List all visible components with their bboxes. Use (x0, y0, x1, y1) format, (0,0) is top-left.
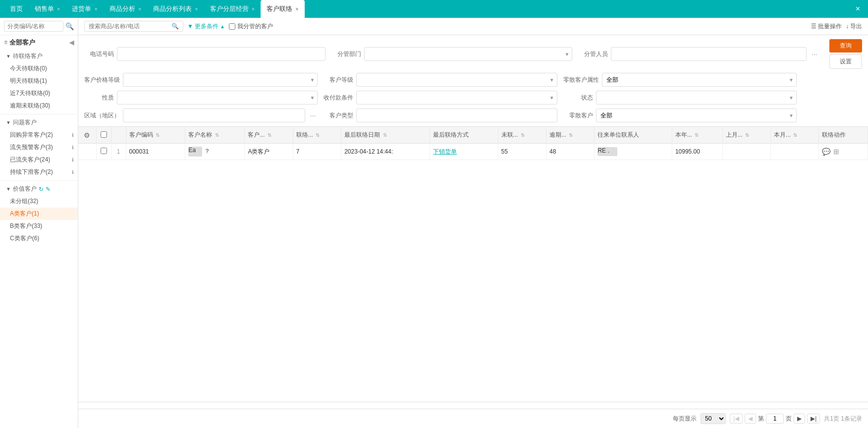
nature-select[interactable] (117, 91, 318, 105)
sort-date-icon[interactable]: ⇅ (383, 132, 387, 138)
sidebar-item-overdue[interactable]: 逾期未联络(30) (0, 100, 78, 112)
nav-tab-customer-contact[interactable]: 客户联络 × (261, 0, 304, 18)
status-select[interactable] (596, 91, 797, 105)
sidebar-group-value[interactable]: ▼ 价值客户 ↻ ✎ (0, 183, 78, 195)
batch-op-btn[interactable]: ☰ 批量操作 (811, 22, 842, 31)
customers-table: ⚙ 客户编码 ⇅ 客户名称 ⇅ (78, 127, 868, 160)
sort-code-icon[interactable]: ⇅ (156, 132, 160, 138)
settings-button[interactable]: 设置 (829, 54, 862, 69)
gear-icon[interactable]: ⚙ (84, 131, 90, 139)
close-tab-analysis-list[interactable]: × (195, 6, 198, 12)
td-num: 1 (111, 144, 126, 160)
manager-dots-icon[interactable]: ··· (810, 50, 819, 58)
nav-tab-customer-mgmt[interactable]: 客户分层经营 × (204, 0, 261, 18)
sidebar-item-lostwarning[interactable]: 流失预警客户(3) ℹ (0, 141, 78, 154)
refresh-icon[interactable]: ↻ (39, 186, 44, 193)
advanced-filter: 电话号码 分管部门 ▼ 分管人员 ··· 查询 设置 (78, 35, 868, 127)
sidebar-item-declining[interactable]: 持续下滑客户(2) ℹ (0, 166, 78, 178)
td-level: A类客户 (245, 144, 293, 160)
sidebar-item-7days[interactable]: 近7天待联络(0) (0, 87, 78, 100)
close-all-tabs[interactable]: × (852, 4, 864, 13)
main-layout: 🔍 ⠿ 全部客户 ◀ ▼ 待联络客户 今天待联络(0) 明天待联络(1) 近7天… (0, 18, 868, 428)
edit-icon[interactable]: ✎ (46, 186, 51, 193)
batch-op-icon: ☰ (811, 23, 816, 30)
sort-name-icon[interactable]: ⇅ (215, 132, 219, 138)
query-button[interactable]: 查询 (829, 39, 862, 53)
sidebar-item-lost[interactable]: 已流失客户(24) ℹ (0, 154, 78, 166)
filter-field-price-level: 客户价格等级 ▼ (84, 73, 318, 87)
nav-tab-purchase[interactable]: 进货单 × (66, 0, 103, 18)
manager-input[interactable] (611, 47, 807, 61)
my-customers-checkbox[interactable] (229, 23, 235, 30)
filter-search-input[interactable] (89, 23, 169, 30)
sidebar-item-b-class[interactable]: B类客户(33) (0, 220, 78, 232)
scatter-cust-select[interactable]: 全部 (596, 108, 797, 122)
cust-type-input[interactable] (356, 108, 557, 122)
nav-tab-analysis-list[interactable]: 商品分析列表 × (147, 0, 204, 18)
sort-overdue-icon[interactable]: ⇅ (569, 132, 573, 138)
scatter-attr-select[interactable]: 全部 (602, 73, 797, 87)
first-page-btn[interactable]: |◀ (730, 414, 743, 424)
cust-level-select[interactable] (356, 73, 557, 87)
td-last-date: 2023-04-12 14:44: (341, 144, 430, 160)
collapse-icon[interactable]: ◀ (69, 39, 74, 46)
close-tab-purchase[interactable]: × (94, 6, 97, 12)
sort-nodays-icon[interactable]: ⇅ (521, 132, 525, 138)
th-name: 客户名称 ⇅ (185, 127, 245, 144)
td-no-days: 55 (498, 144, 546, 160)
phone-input[interactable] (117, 47, 326, 61)
sort-level-icon[interactable]: ⇅ (268, 132, 271, 138)
sidebar-item-tomorrow[interactable]: 明天待联络(1) (0, 75, 78, 87)
next-page-btn[interactable]: ▶ (794, 414, 805, 424)
prev-page-btn[interactable]: ◀ (745, 414, 756, 424)
nav-home[interactable]: 首页 (4, 4, 29, 13)
row-checkbox-1[interactable] (101, 148, 107, 154)
close-tab-analysis[interactable]: × (138, 6, 141, 12)
horizontal-scrollbar[interactable] (78, 402, 868, 409)
dept-select[interactable] (364, 47, 573, 61)
sort-year-icon[interactable]: ⇅ (695, 132, 699, 138)
sidebar-item-repurchase[interactable]: 回购异常客户(2) ℹ (0, 129, 78, 141)
filter-my-customers[interactable]: 我分管的客户 (229, 22, 273, 31)
close-tab-sales[interactable]: × (57, 6, 60, 12)
region-dots-icon[interactable]: ··· (308, 111, 318, 119)
filter-more-btn[interactable]: ▼ 更多条件 ▲ (187, 22, 225, 31)
filter-search-icon[interactable]: 🔍 (171, 23, 179, 30)
nature-select-wrap: ▼ (117, 91, 318, 105)
payment-select[interactable] (356, 91, 557, 105)
qr-icon[interactable]: ⊞ (833, 148, 839, 156)
sort-lastmonth-icon[interactable]: ⇅ (745, 132, 749, 138)
page-input[interactable] (766, 414, 784, 424)
sort-contact-icon[interactable]: ⇅ (316, 132, 320, 138)
last-method-link[interactable]: 下销货单 (433, 148, 457, 155)
nav-tab-sales[interactable]: 销售单 × (29, 0, 66, 18)
sidebar-item-c-class[interactable]: C类客户(6) (0, 232, 78, 245)
close-tab-customer-contact[interactable]: × (295, 6, 298, 12)
nav-tab-analysis[interactable]: 商品分析 × (104, 0, 147, 18)
td-code: 000031 (126, 144, 185, 160)
filter-field-phone: 电话号码 (84, 47, 326, 61)
sidebar-item-today[interactable]: 今天待联络(0) (0, 62, 78, 75)
td-contact: 7 (293, 144, 341, 160)
sidebar-item-unsorted[interactable]: 未分组(32) (0, 195, 78, 208)
sidebar-all-customers[interactable]: ⠿ 全部客户 ◀ (0, 35, 78, 50)
th-level: 客户... ⇅ (245, 127, 293, 144)
td-overdue: 48 (546, 144, 595, 160)
sidebar-group-pending[interactable]: ▼ 待联络客户 (0, 50, 78, 62)
export-btn[interactable]: ↓ 导出 (846, 22, 862, 31)
sidebar-search-icon[interactable]: 🔍 (65, 22, 74, 30)
sidebar-item-a-class[interactable]: A类客户(1) (0, 208, 78, 220)
chat-icon[interactable]: 💬 (822, 148, 830, 156)
price-level-select[interactable] (123, 73, 318, 87)
select-all-checkbox[interactable] (101, 131, 107, 138)
table-container: ⚙ 客户编码 ⇅ 客户名称 ⇅ (78, 127, 868, 402)
page-size-select[interactable]: 50 100 (701, 413, 726, 424)
sort-thismonth-icon[interactable]: ⇅ (793, 132, 797, 138)
td-year-amount: 10995.00 (672, 144, 722, 160)
region-input[interactable] (123, 108, 305, 122)
close-tab-customer-mgmt[interactable]: × (252, 6, 255, 12)
sidebar-search-input[interactable] (4, 21, 63, 32)
filter-row-2: 客户价格等级 ▼ 客户等级 ▼ 零散客户属性 (84, 73, 862, 87)
sidebar-group-problem[interactable]: ▼ 问题客户 (0, 116, 78, 129)
last-page-btn[interactable]: ▶| (807, 414, 820, 424)
